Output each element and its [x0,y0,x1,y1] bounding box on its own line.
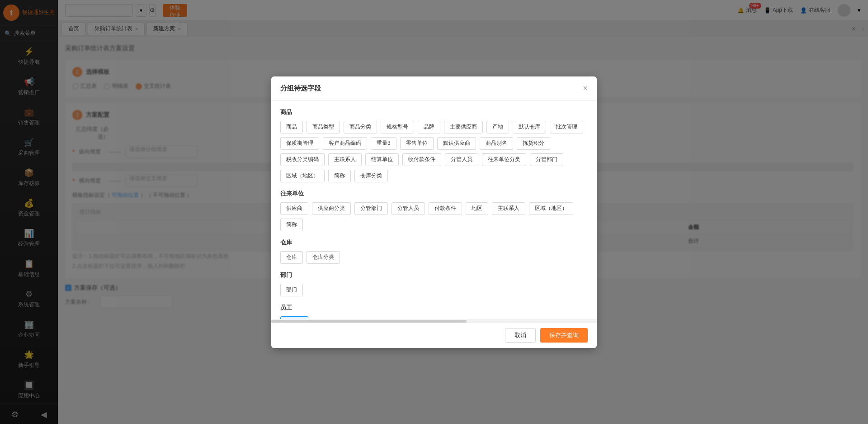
cancel-button[interactable]: 取消 [505,328,536,343]
field-tag[interactable]: 仓库分类 [307,251,340,264]
field-tag[interactable]: 商品分类 [344,121,377,133]
section-product-tags: 商品 商品类型 商品分类 规格型号 品牌 主要供应商 产地 默认仓库 批次管理 … [280,121,588,182]
field-tag[interactable]: 批次管理 [550,121,583,133]
hscroll-thumb [271,320,467,323]
field-tag[interactable]: 零售单位 [400,137,434,150]
field-tag[interactable]: 仓库 [280,251,303,264]
field-tag[interactable]: 地区 [466,202,488,215]
field-tag[interactable]: 区域（地区） [529,202,573,215]
section-product: 商品 商品 商品类型 商品分类 规格型号 品牌 主要供应商 产地 默认仓库 批次… [280,108,588,182]
field-tag[interactable]: 分管部门 [354,202,388,215]
section-department-tags: 部门 [280,284,588,296]
field-tag[interactable]: 重量3 [371,137,396,150]
modal-footer: 取消 保存并查询 [271,322,597,348]
modal-close-btn[interactable]: × [583,84,588,93]
field-tag[interactable]: 客户商品编码 [323,137,367,150]
field-tag[interactable]: 付款条件 [429,202,462,215]
field-tag[interactable]: 规格型号 [381,121,414,133]
field-tag[interactable]: 拣货积分 [517,137,550,150]
section-department-title: 部门 [280,271,588,279]
modal-title: 分组待选字段 [280,84,321,93]
section-warehouse: 仓库 仓库 仓库分类 [280,238,588,264]
section-counterpart-tags: 供应商 供应商分类 分管部门 分管人员 付款条件 地区 主联系人 区域（地区） … [280,202,588,231]
field-tag[interactable]: 分管部门 [530,153,563,166]
field-tag[interactable]: 仓库分类 [354,170,388,182]
field-tag[interactable]: 简称 [280,219,303,231]
section-department: 部门 部门 [280,271,588,296]
field-tag[interactable]: 默认仓库 [513,121,546,133]
modal-scrollbar-horizontal[interactable] [271,319,597,322]
field-tag[interactable]: 收付款条件 [402,153,441,166]
section-employee: 员工 业务员 [280,304,588,319]
field-tag[interactable]: 保质期管理 [280,137,319,150]
field-tag[interactable]: 结算单位 [365,153,399,166]
field-tag[interactable]: 部门 [280,284,303,296]
field-tag[interactable]: 默认供应商 [437,137,476,150]
section-employee-title: 员工 [280,304,588,312]
section-employee-tags: 业务员 [280,316,588,319]
modal-overlay: 分组待选字段 × 商品 商品 商品类型 商品分类 规格型号 品牌 主要供应商 产… [0,0,868,424]
field-tag[interactable]: 供应商 [280,202,308,215]
field-tag[interactable]: 商品 [280,121,303,133]
field-tag[interactable]: 供应商分类 [312,202,351,215]
section-warehouse-tags: 仓库 仓库分类 [280,251,588,264]
field-tag[interactable]: 往来单位分类 [482,153,526,166]
section-counterpart-title: 往来单位 [280,190,588,198]
field-tag[interactable]: 主联系人 [328,153,362,166]
section-warehouse-title: 仓库 [280,238,588,247]
section-product-title: 商品 [280,108,588,116]
field-tag[interactable]: 分管人员 [392,202,425,215]
field-tag[interactable]: 产地 [486,121,509,133]
confirm-button[interactable]: 保存并查询 [540,328,588,343]
section-counterpart: 往来单位 供应商 供应商分类 分管部门 分管人员 付款条件 地区 主联系人 区域… [280,190,588,231]
field-tag-employee[interactable]: 业务员 [280,316,308,319]
field-tag[interactable]: 税收分类编码 [280,153,325,166]
field-tag[interactable]: 主联系人 [492,202,525,215]
field-tag[interactable]: 商品类型 [307,121,340,133]
modal-body: 商品 商品 商品类型 商品分类 规格型号 品牌 主要供应商 产地 默认仓库 批次… [271,101,597,319]
field-tag[interactable]: 商品别名 [480,137,513,150]
field-tag[interactable]: 分管人员 [445,153,478,166]
field-tag[interactable]: 品牌 [418,121,440,133]
field-select-modal: 分组待选字段 × 商品 商品 商品类型 商品分类 规格型号 品牌 主要供应商 产… [271,76,597,348]
field-tag[interactable]: 区域（地区） [280,170,325,182]
modal-header: 分组待选字段 × [271,76,597,101]
field-tag[interactable]: 简称 [328,170,351,182]
field-tag[interactable]: 主要供应商 [444,121,483,133]
